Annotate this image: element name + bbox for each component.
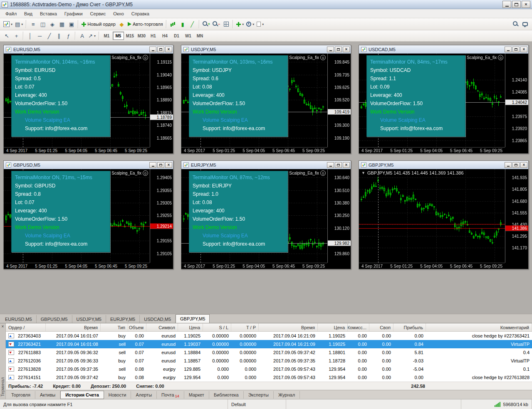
metaeditor-button[interactable]: ◆ bbox=[117, 20, 126, 29]
chart-restore-button[interactable] bbox=[512, 47, 520, 52]
horizontal-line-button[interactable]: ─ bbox=[35, 31, 45, 40]
close-button[interactable]: × bbox=[522, 1, 530, 8]
menu-tools[interactable]: Сервис bbox=[87, 10, 110, 17]
chart-restore-button[interactable] bbox=[335, 162, 342, 168]
chart-area[interactable]: ▼ GBPJPY,M5 141.435 141.445 141.369 141.… bbox=[359, 169, 528, 269]
autotrade-button[interactable]: Авто-торговля bbox=[126, 20, 164, 29]
chart-close-button[interactable]: × bbox=[520, 47, 527, 52]
data-window-button[interactable]: ◫ bbox=[38, 20, 47, 29]
chart-tab[interactable]: EURJPY,M5 bbox=[106, 315, 140, 323]
column-header[interactable]: Ордер / bbox=[6, 323, 46, 331]
menu-insert[interactable]: Вставка bbox=[36, 10, 61, 17]
column-header[interactable]: Время bbox=[259, 323, 318, 331]
history-row[interactable]: 227613828 2017.09.05 09:37:35 sell 0.08 … bbox=[6, 365, 532, 373]
chart-minimize-button[interactable] bbox=[327, 47, 334, 52]
channel-button[interactable]: ∥ bbox=[54, 31, 64, 40]
column-header[interactable]: Символ bbox=[146, 323, 178, 331]
history-row[interactable]: 227363403 2017.09.04 16:01:07 buy 0.00 e… bbox=[6, 332, 532, 340]
chart-close-button[interactable]: × bbox=[343, 162, 350, 168]
terminal-tab[interactable]: Маркет bbox=[184, 391, 209, 399]
minimize-button[interactable] bbox=[502, 1, 511, 8]
timeframe-button[interactable]: M1 bbox=[101, 32, 112, 40]
column-header[interactable]: Комисс... bbox=[348, 323, 369, 331]
tile-windows-button[interactable] bbox=[221, 20, 231, 29]
terminal-tab[interactable]: Торговля bbox=[7, 391, 35, 399]
history-row[interactable]: 227612036 2017.09.05 09:36:33 buy 0.07 e… bbox=[6, 357, 532, 365]
chart-area[interactable]: Scalping_Ea_fix☺ TerminalMonitor ON, 103… bbox=[181, 54, 351, 153]
timeframe-button[interactable]: M30 bbox=[136, 32, 147, 40]
chart-minimize-button[interactable] bbox=[327, 162, 334, 168]
terminal-tab[interactable]: Журнал bbox=[274, 391, 300, 399]
history-row[interactable]: 227614151 2017.09.05 09:37:42 buy 0.08 e… bbox=[6, 373, 532, 382]
connection-signal-icon[interactable] bbox=[495, 402, 500, 407]
chart-tab[interactable]: GBPJPY,M5 bbox=[176, 314, 210, 323]
community-button[interactable] bbox=[520, 20, 530, 29]
terminal-tab[interactable]: Почта 14 bbox=[157, 391, 184, 399]
status-profile[interactable]: Default bbox=[228, 399, 286, 409]
history-row[interactable]: 227611883 2017.09.05 09:36:32 sell 0.07 … bbox=[6, 348, 532, 357]
chart-tab[interactable]: GBPUSD,M5 bbox=[37, 315, 72, 323]
chart-area[interactable]: Scalping_Ea_fix☺ TerminalMonitor ON, 84m… bbox=[359, 54, 528, 153]
history-row[interactable]: 227363421 2017.09.04 16:01:08 sell 0.07 … bbox=[6, 340, 532, 348]
column-header[interactable]: S / L bbox=[203, 323, 231, 331]
chart-tab[interactable]: USDJPY,M5 bbox=[72, 315, 106, 323]
timeframe-button[interactable]: D1 bbox=[171, 32, 182, 40]
timeframe-button[interactable]: MN bbox=[194, 32, 205, 40]
text-tool-button[interactable]: A bbox=[77, 31, 87, 40]
new-chart-button[interactable]: ▾ bbox=[2, 20, 14, 29]
column-header[interactable]: Тип bbox=[101, 323, 128, 331]
column-header[interactable]: Цена bbox=[318, 323, 348, 331]
column-header[interactable]: T / P bbox=[231, 323, 259, 331]
vertical-line-button[interactable]: │ bbox=[25, 31, 35, 40]
terminal-tab[interactable]: Эксперты bbox=[244, 391, 274, 399]
new-order-button[interactable]: Новый ордер bbox=[80, 20, 117, 29]
candlestick-chart[interactable] bbox=[359, 169, 505, 263]
terminal-close-button[interactable]: × bbox=[2, 325, 4, 329]
market-watch-button[interactable]: ≡ bbox=[28, 20, 38, 29]
cursor-button[interactable]: ↖ bbox=[2, 31, 12, 40]
chart-restore-button[interactable] bbox=[157, 162, 164, 168]
menu-file[interactable]: Файл bbox=[2, 10, 20, 17]
chart-bars-button[interactable] bbox=[168, 20, 178, 29]
fibonacci-button[interactable]: ƒ bbox=[64, 31, 73, 40]
chart-close-button[interactable]: × bbox=[520, 162, 527, 168]
indicators-button[interactable]: ▾ bbox=[235, 20, 245, 29]
ea-smiley-icon[interactable]: ☺ bbox=[143, 170, 148, 176]
chart-title-bar[interactable]: EURUSD,M5 × bbox=[4, 45, 173, 54]
chart-restore-button[interactable] bbox=[157, 47, 164, 52]
timeframe-button[interactable]: H4 bbox=[159, 32, 171, 40]
maximize-button[interactable] bbox=[512, 1, 521, 8]
terminal-tab[interactable]: Библиотека bbox=[209, 391, 244, 399]
timeframe-button[interactable]: W1 bbox=[183, 32, 194, 40]
terminal-tab[interactable]: История Счета bbox=[60, 391, 104, 399]
column-header[interactable]: Прибыль bbox=[393, 323, 426, 331]
chart-restore-button[interactable] bbox=[335, 47, 342, 52]
timeframe-button[interactable]: M5 bbox=[113, 32, 124, 40]
ea-smiley-icon[interactable]: ☺ bbox=[143, 55, 148, 60]
chart-area[interactable]: Scalping_Ea_fix☺ TerminalMonitor ON, 71m… bbox=[4, 169, 173, 269]
chart-restore-button[interactable] bbox=[512, 162, 520, 168]
menu-view[interactable]: Вид bbox=[20, 10, 36, 17]
crosshair-button[interactable]: + bbox=[12, 31, 21, 40]
chart-candles-button[interactable]: ▮ bbox=[178, 20, 188, 29]
chart-line-button[interactable]: ╱ bbox=[188, 20, 197, 29]
terminal-tab[interactable]: Активы bbox=[35, 391, 60, 399]
zoom-out-button[interactable]: − bbox=[211, 20, 221, 29]
profiles-button[interactable]: ▤▾ bbox=[14, 20, 24, 29]
timeframe-button[interactable]: M15 bbox=[124, 32, 136, 40]
column-header[interactable]: Своп bbox=[369, 323, 393, 331]
chart-tab[interactable]: USDCAD,M5 bbox=[140, 315, 176, 323]
trendline-button[interactable]: ╱ bbox=[45, 31, 54, 40]
chart-title-bar[interactable]: GBPUSD,M5 × bbox=[4, 161, 173, 169]
chart-title-bar[interactable]: GBPJPY,M5 × bbox=[359, 161, 528, 169]
templates-button[interactable]: ▾ bbox=[255, 20, 265, 29]
ea-smiley-icon[interactable]: ☺ bbox=[320, 170, 326, 176]
zoom-in-button[interactable]: + bbox=[201, 20, 211, 29]
periods-button[interactable]: ▾ bbox=[245, 20, 255, 29]
column-header[interactable]: Цена bbox=[178, 323, 203, 331]
chart-tab[interactable]: EURUSD,M5 bbox=[1, 315, 37, 323]
chart-title-bar[interactable]: EURJPY,M5 × bbox=[181, 161, 351, 169]
chart-minimize-button[interactable] bbox=[149, 47, 156, 52]
column-header[interactable]: Комментарий bbox=[426, 323, 532, 331]
chart-minimize-button[interactable] bbox=[505, 162, 512, 168]
